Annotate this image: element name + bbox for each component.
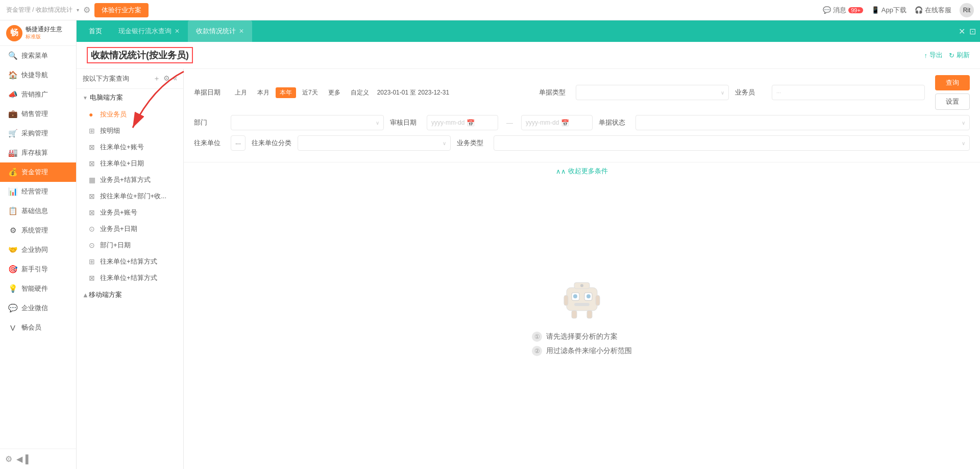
refresh-button[interactable]: ↻ 刷新 — [949, 51, 970, 60]
add-scheme-icon[interactable]: ＋ — [153, 74, 160, 83]
tab-collection-stat-close[interactable]: ✕ — [239, 28, 244, 35]
config-scheme-icon[interactable]: ⚙ — [163, 74, 170, 83]
scheme-item-partner-settle1[interactable]: ⊞ 往来单位+结算方式 — [77, 253, 183, 270]
dept-field[interactable]: ∨ — [231, 115, 384, 130]
desktop-group-label: 电脑端方案 — [90, 93, 123, 102]
salesperson-field[interactable]: ··· — [772, 85, 925, 100]
scheme-item-detail[interactable]: ⊞ 按明细 — [77, 123, 183, 139]
sidebar-item-newbie[interactable]: 🎯 新手引导 — [0, 260, 76, 279]
sidebar-item-purchase[interactable]: 🛒 采购管理 — [0, 124, 76, 143]
sidebar-item-wechat-label: 企业微信 — [21, 303, 48, 313]
message-area[interactable]: 💬 消息 99+ — [823, 6, 863, 15]
date-tab-custom[interactable]: 自定义 — [347, 87, 373, 98]
date-tab-more[interactable]: 更多 — [324, 87, 345, 98]
sidebar-item-wechat[interactable]: 💬 企业微信 — [0, 298, 76, 318]
sidebar-item-quick-nav[interactable]: 🏠 快捷导航 — [0, 65, 76, 85]
scheme-item-partner-account[interactable]: ⊠ 往来单位+账号 — [77, 139, 183, 155]
partner-category-field[interactable]: ∨ — [298, 135, 451, 151]
settings-bottom-icon[interactable]: ⚙ — [5, 454, 12, 464]
collapse-more-button[interactable]: ∧∧ 收起更多条件 — [184, 162, 980, 180]
biz-type-label: 业务类型 — [457, 138, 487, 148]
collapse-scheme-icon[interactable]: « — [173, 74, 177, 83]
sidebar-item-search[interactable]: 🔍 搜索菜单 — [0, 46, 76, 65]
sidebar-item-quick-nav-label: 快捷导航 — [21, 71, 48, 80]
biz-type-field[interactable]: ∨ — [494, 135, 970, 151]
refresh-label: 刷新 — [957, 51, 970, 60]
collapse-sidebar-icon[interactable]: ◀‍▐ — [16, 454, 28, 464]
tab-home[interactable]: 首页 — [81, 20, 110, 42]
date-tabs: 上月 本月 本年 近7天 更多 自定义 2023-01-01 至 2023-12… — [231, 87, 533, 98]
scheme-item-salesperson-date-icon: ⊙ — [89, 225, 97, 233]
scheme-item-partner-dept[interactable]: ⊠ 按往来单位+部门+收... — [77, 188, 183, 204]
scheme-header-label: 按以下方案查询 — [83, 74, 129, 83]
sidebar-item-basic[interactable]: 📋 基础信息 — [0, 201, 76, 221]
scheme-item-salesperson-account-label: 业务员+账号 — [100, 208, 137, 217]
review-date-end[interactable]: yyyy-mm-dd 📅 — [521, 115, 593, 130]
user-avatar[interactable]: Rit — [960, 3, 974, 17]
tab-collection-stat-label: 收款情况统计 — [196, 27, 236, 36]
sidebar-item-inventory[interactable]: 🏭 库存核算 — [0, 143, 76, 162]
scheme-desktop-group: ▼ 电脑端方案 ● 按业务员 ⊞ 按明细 — [77, 89, 183, 286]
page-actions: ↑ 导出 ↻ 刷新 — [924, 51, 970, 60]
date-tab-last-month[interactable]: 上月 — [231, 87, 251, 98]
scheme-item-salesperson-account[interactable]: ⊠ 业务员+账号 — [77, 204, 183, 221]
mobile-group-arrow: ▶ — [82, 293, 88, 297]
scheme-item-partner-date[interactable]: ⊠ 往来单位+日期 — [77, 155, 183, 172]
message-icon: 💬 — [823, 6, 831, 14]
top-bar: 资金管理 / 收款情况统计 ▾ ⚙ 体验行业方案 💬 消息 99+ 📱 App下… — [0, 0, 980, 20]
settings-button[interactable]: 设置 — [935, 93, 970, 110]
app-download-label: App下载 — [881, 6, 906, 15]
doc-type-field[interactable]: ∨ — [576, 85, 729, 100]
date-tab-this-month[interactable]: 本月 — [253, 87, 274, 98]
empty-state: ① 请先选择要分析的方案 ② 用过滤条件来缩小分析范围 — [184, 180, 980, 469]
sidebar-item-enterprise[interactable]: 🤝 企业协同 — [0, 240, 76, 260]
scheme-item-detail-label: 按明细 — [100, 126, 120, 135]
sidebar-item-operations[interactable]: 📊 经营管理 — [0, 182, 76, 201]
scheme-item-salesperson[interactable]: ● 按业务员 — [77, 106, 183, 123]
scheme-item-partner-settle2-icon: ⊠ — [89, 274, 97, 282]
trial-button[interactable]: 体验行业方案 — [94, 3, 149, 17]
enterprise-icon: 🤝 — [8, 245, 17, 254]
scheme-item-salesperson-settle-icon: ▦ — [89, 176, 97, 184]
sidebar-item-system[interactable]: ⚙ 系统管理 — [0, 221, 76, 240]
app-download-area[interactable]: 📱 App下载 — [871, 6, 906, 15]
sidebar-item-smart-hw[interactable]: 💡 智能硬件 — [0, 279, 76, 298]
sidebar-item-marketing[interactable]: 📣 营销推广 — [0, 85, 76, 104]
scheme-item-dept-date[interactable]: ⊙ 部门+日期 — [77, 237, 183, 253]
tab-bank-flow[interactable]: 现金银行流水查询 ✕ — [110, 20, 188, 42]
sidebar-item-purchase-label: 采购管理 — [21, 129, 48, 138]
scheme-mobile-group-header[interactable]: ▶ 移动端方案 — [77, 286, 183, 303]
sidebar-item-sales[interactable]: 💼 销售管理 — [0, 104, 76, 124]
export-button[interactable]: ↑ 导出 — [924, 51, 943, 60]
search-icon: 🔍 — [8, 51, 17, 60]
review-date-start[interactable]: yyyy-mm-dd 📅 — [427, 115, 498, 130]
close-window-icon[interactable]: ✕ — [959, 27, 965, 36]
salesperson-label: 业务员 — [735, 88, 766, 97]
date-tab-this-year[interactable]: 本年 — [276, 87, 296, 98]
tab-collection-stat[interactable]: 收款情况统计 ✕ — [188, 20, 252, 42]
date-tab-7days[interactable]: 近7天 — [298, 87, 322, 98]
logo-icon: 畅 — [6, 25, 22, 41]
desktop-group-arrow: ▼ — [83, 95, 88, 101]
tab-bank-flow-close[interactable]: ✕ — [175, 28, 180, 35]
scheme-item-partner-settle2[interactable]: ⊠ 往来单位+结算方式 — [77, 270, 183, 286]
sidebar-item-member[interactable]: V 畅会员 — [0, 318, 76, 337]
review-date-end-text: yyyy-mm-dd — [526, 119, 559, 126]
scheme-item-salesperson-date[interactable]: ⊙ 业务员+日期 — [77, 221, 183, 237]
sidebar-item-finance[interactable]: 💰 资金管理 — [0, 162, 76, 182]
maximize-window-icon[interactable]: ⊡ — [969, 27, 976, 36]
salesperson-dots: ··· — [776, 89, 781, 96]
filter-row-1: 单据日期 上月 本月 本年 近7天 更多 自定义 2023-01-01 至 20… — [194, 75, 970, 110]
settings-icon[interactable]: ⚙ — [83, 5, 90, 15]
tab-bar: 首页 现金银行流水查询 ✕ 收款情况统计 ✕ ✕ ⊡ — [77, 20, 980, 42]
doc-status-field[interactable]: ∨ — [635, 115, 970, 130]
breadcrumb-dropdown-icon[interactable]: ▾ — [77, 7, 79, 13]
online-service-area[interactable]: 🎧 在线客服 — [915, 6, 951, 15]
scheme-item-salesperson-settle[interactable]: ▦ 业务员+结算方式 — [77, 172, 183, 188]
svg-rect-5 — [574, 303, 590, 306]
review-date-start-text: yyyy-mm-dd — [431, 119, 464, 126]
query-button[interactable]: 查询 — [935, 75, 970, 90]
sidebar-item-enterprise-label: 企业协同 — [21, 245, 48, 254]
scheme-desktop-group-header[interactable]: ▼ 电脑端方案 — [77, 89, 183, 106]
partner-field[interactable]: ··· — [231, 135, 246, 151]
